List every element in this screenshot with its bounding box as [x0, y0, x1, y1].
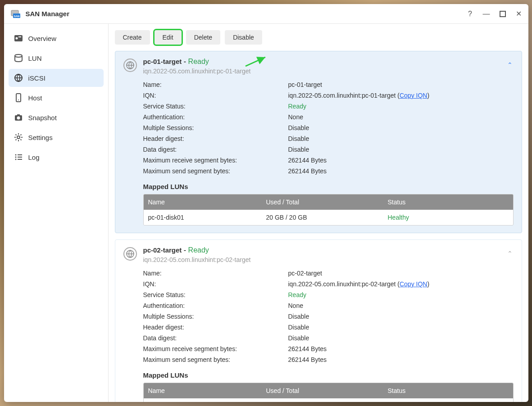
svg-rect-20	[18, 159, 22, 160]
target-iqn-subtitle: iqn.2022-05.com.linuxhint:pc-01-target	[143, 68, 514, 75]
label-name: Name:	[143, 81, 288, 88]
label-multiple-sessions: Multiple Sessions:	[143, 313, 288, 320]
svg-rect-9	[16, 94, 21, 102]
label-max-recv: Maximum receive segment bytes:	[143, 157, 288, 164]
label-data-digest: Data digest:	[143, 334, 288, 342]
target-header[interactable]: pc-02-target - Ready iqn.2022-05.com.lin…	[115, 240, 522, 268]
col-status: Status	[383, 383, 513, 398]
maximize-icon[interactable]	[499, 10, 507, 18]
target-panel-pc-02[interactable]: pc-02-target - Ready iqn.2022-05.com.lin…	[115, 239, 522, 402]
titlebar: SAN SAN Manager ? — ✕	[4, 4, 528, 24]
svg-point-6	[15, 37, 18, 40]
value-auth: None	[288, 113, 514, 121]
table-row[interactable]: pc-01-disk01 20 GB / 20 GB Healthy	[144, 210, 513, 225]
label-name: Name:	[143, 270, 288, 277]
sep: -	[182, 246, 188, 254]
svg-rect-3	[500, 11, 505, 17]
disable-button[interactable]: Disable	[225, 30, 262, 45]
lun-status: Healthy	[383, 210, 513, 225]
lun-used-total: 20 GB / 20 GB	[262, 398, 383, 402]
snapshot-icon	[14, 113, 23, 122]
lun-table-header: Name Used / Total Status	[144, 383, 513, 398]
minimize-icon[interactable]: —	[482, 10, 491, 18]
sidebar-item-label: LUN	[28, 54, 42, 62]
edit-button[interactable]: Edit	[155, 30, 182, 45]
lun-table: Name Used / Total Status pc-02-disk01 20…	[143, 383, 514, 402]
target-panel-pc-01[interactable]: pc-01-target - Ready iqn.2022-05.com.lin…	[115, 51, 522, 233]
sidebar-item-label: Host	[28, 94, 42, 102]
target-status-badge: Ready	[188, 58, 209, 65]
svg-rect-13	[17, 114, 20, 116]
value-service-status: Ready	[288, 291, 514, 298]
col-name: Name	[144, 194, 262, 210]
value-data-digest: Disable	[288, 146, 514, 153]
create-button[interactable]: Create	[115, 30, 150, 45]
svg-point-10	[18, 99, 19, 100]
log-icon	[14, 153, 23, 162]
sidebar-item-lun[interactable]: LUN	[9, 49, 104, 67]
col-used: Used / Total	[262, 194, 383, 210]
sidebar-item-label: Snapshot	[28, 114, 57, 122]
chevron-up-icon[interactable]: ⌃	[507, 61, 513, 68]
lun-name: pc-01-disk01	[144, 210, 262, 225]
sidebar-item-settings[interactable]: Settings	[9, 128, 104, 146]
overview-icon	[14, 34, 23, 43]
iscsi-icon	[14, 73, 23, 82]
titlebar-left: SAN SAN Manager	[10, 9, 70, 19]
close-icon[interactable]: ✕	[515, 10, 523, 18]
value-iqn: iqn.2022-05.com.linuxhint:pc-01-target (…	[288, 92, 514, 99]
target-header[interactable]: pc-01-target - Ready iqn.2022-05.com.lin…	[115, 51, 522, 79]
lun-icon	[14, 54, 23, 63]
help-icon[interactable]: ?	[466, 10, 474, 18]
sidebar-item-snapshot[interactable]: Snapshot	[9, 108, 104, 126]
copy-iqn-link[interactable]: Copy IQN	[400, 92, 427, 99]
target-status-badge: Ready	[188, 246, 209, 254]
svg-point-15	[15, 154, 16, 156]
target-name: pc-02-target	[143, 246, 182, 254]
label-iqn: IQN:	[143, 92, 288, 99]
sidebar-item-label: Settings	[28, 134, 53, 141]
app-icon: SAN	[10, 9, 21, 19]
sidebar-item-iscsi[interactable]: iSCSI	[9, 69, 104, 87]
sidebar-item-overview[interactable]: Overview	[9, 29, 104, 47]
target-iqn-subtitle: iqn.2022-05.com.linuxhint:pc-02-target	[143, 256, 514, 263]
lun-used-total: 20 GB / 20 GB	[262, 210, 383, 225]
label-service-status: Service Status:	[143, 291, 288, 298]
host-icon	[14, 93, 23, 102]
sidebar-item-host[interactable]: Host	[9, 89, 104, 107]
table-row[interactable]: pc-02-disk01 20 GB / 20 GB Healthy	[144, 398, 513, 402]
mapped-luns-title: Mapped LUNs	[143, 183, 514, 190]
value-header-digest: Disable	[288, 135, 514, 142]
label-max-recv: Maximum receive segment bytes:	[143, 345, 288, 352]
label-max-send: Maximum send segment bytes:	[143, 356, 288, 363]
value-auth: None	[288, 302, 514, 309]
target-details: Name:pc-02-target IQN:iqn.2022-05.com.li…	[115, 268, 522, 402]
window-controls: ? — ✕	[466, 10, 523, 18]
sep: -	[182, 58, 188, 65]
value-data-digest: Disable	[288, 334, 514, 342]
lun-name: pc-02-disk01	[144, 398, 262, 402]
label-auth: Authentication:	[143, 113, 288, 121]
value-max-send: 262144 Bytes	[288, 356, 514, 363]
lun-table: Name Used / Total Status pc-01-disk01 20…	[143, 194, 514, 226]
copy-iqn-link[interactable]: Copy IQN	[400, 280, 427, 288]
value-max-recv: 262144 Bytes	[288, 345, 514, 352]
svg-point-12	[17, 117, 20, 120]
lun-status: Healthy	[383, 398, 513, 402]
label-auth: Authentication:	[143, 302, 288, 309]
value-multiple-sessions: Disable	[288, 124, 514, 131]
mapped-luns-title: Mapped LUNs	[143, 371, 514, 379]
body: Overview LUN iSCSI Host	[4, 24, 528, 402]
toolbar: Create Edit Delete Disable	[115, 30, 522, 45]
value-header-digest: Disable	[288, 324, 514, 331]
chevron-up-icon[interactable]: ⌃	[507, 250, 513, 257]
svg-rect-18	[18, 157, 22, 158]
label-service-status: Service Status:	[143, 103, 288, 110]
sidebar-item-log[interactable]: Log	[9, 148, 104, 166]
label-header-digest: Header digest:	[143, 324, 288, 331]
sidebar-item-label: Overview	[28, 35, 57, 42]
target-details: Name:pc-01-target IQN:iqn.2022-05.com.li…	[115, 79, 522, 226]
sidebar-item-label: iSCSI	[28, 74, 45, 82]
value-max-recv: 262144 Bytes	[288, 157, 514, 164]
delete-button[interactable]: Delete	[186, 30, 220, 45]
